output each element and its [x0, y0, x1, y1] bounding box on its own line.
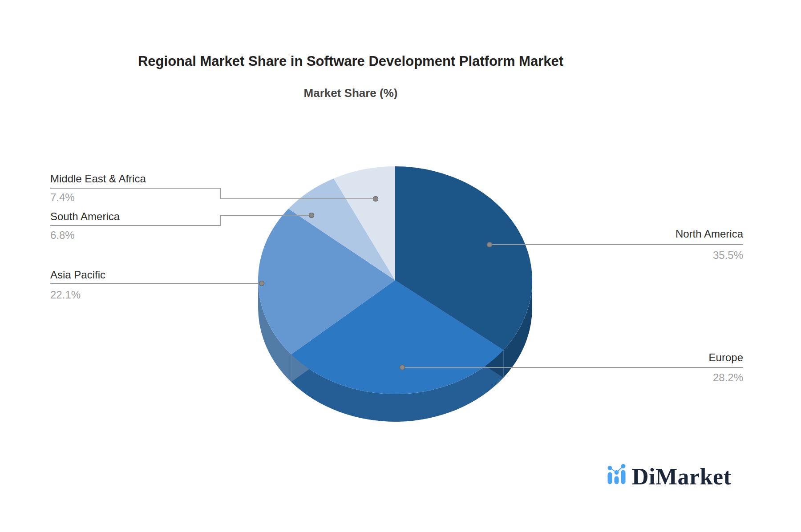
chart-title: Regional Market Share in Software Develo… [138, 53, 563, 69]
logo-wordmark: DiMarket [632, 465, 731, 488]
dot-south-america [309, 213, 314, 218]
bar-chart-icon [608, 464, 625, 484]
pct-south-america: 6.8% [50, 230, 75, 241]
chart-canvas: Regional Market Share in Software Develo… [0, 0, 801, 532]
label-asia-pacific: Asia Pacific [50, 269, 105, 281]
dot-europe [400, 365, 405, 370]
chart-subtitle: Market Share (%) [304, 86, 398, 100]
pct-middle-east-africa: 7.4% [50, 192, 75, 203]
pct-north-america: 35.5% [713, 250, 743, 261]
dot-middle-east-africa [373, 197, 378, 202]
pie-3d-slices [258, 166, 532, 422]
label-south-america: South America [50, 211, 120, 222]
dot-asia-pacific [259, 281, 264, 286]
label-north-america: North America [676, 228, 743, 240]
dot-north-america [487, 242, 492, 247]
pie-chart [0, 0, 801, 532]
pct-asia-pacific: 22.1% [50, 289, 81, 301]
label-europe: Europe [709, 352, 743, 363]
label-middle-east-africa: Middle East & Africa [50, 173, 146, 185]
pct-europe: 28.2% [713, 372, 743, 383]
